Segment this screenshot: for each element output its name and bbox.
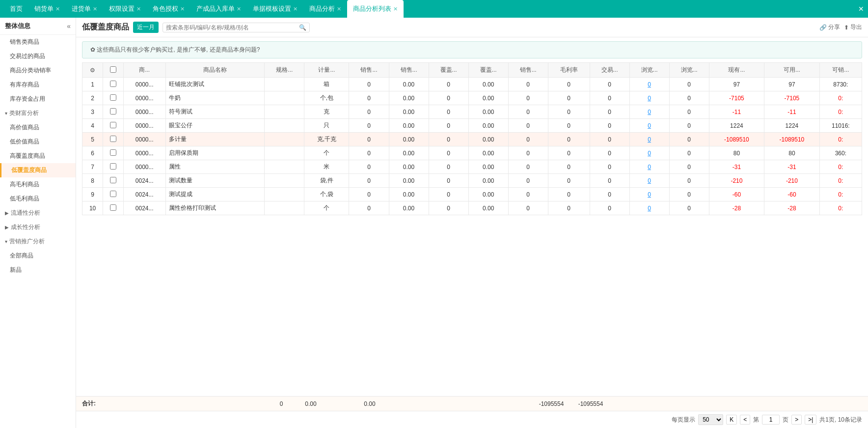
row-current: -11: [709, 105, 764, 119]
row-cov1: 0: [429, 78, 468, 91]
nav-product-inbound[interactable]: 产成品入库单 ✕: [190, 0, 247, 18]
row-sales-qty: 0: [349, 201, 389, 215]
time-filter-button[interactable]: 近一月: [133, 22, 159, 33]
row-current: 80: [709, 146, 764, 160]
sidebar-item-category-rate[interactable]: 商品分类动销率: [0, 63, 76, 78]
sidebar-group-liquidity[interactable]: ▶ 流通性分析: [0, 206, 76, 220]
row-sales-ret: 0: [508, 160, 548, 174]
table-wrapper: ⚙ 商... 商品名称 规格... 计量... 销售... 销售... 覆盖..…: [76, 58, 868, 396]
sidebar-item-sales-products[interactable]: 销售类商品: [0, 35, 76, 49]
row-browse1[interactable]: 0: [629, 146, 669, 160]
page-prefix-label: 第: [753, 416, 759, 424]
close-icon[interactable]: ✕: [55, 6, 60, 12]
search-input[interactable]: [166, 24, 297, 31]
export-button[interactable]: ⬆ 导出: [844, 23, 862, 31]
close-icon[interactable]: ✕: [93, 6, 97, 12]
last-page-button[interactable]: >|: [805, 415, 816, 425]
row-checkbox[interactable]: [103, 201, 123, 215]
row-checkbox[interactable]: [103, 146, 123, 160]
row-browse1[interactable]: 0: [629, 78, 669, 91]
nav-template-settings[interactable]: 单据模板设置 ✕: [247, 0, 303, 18]
sidebar-collapse-icon[interactable]: «: [67, 22, 71, 30]
row-sales-qty: 0: [349, 119, 389, 133]
row-checkbox[interactable]: [103, 119, 123, 133]
select-all-checkbox[interactable]: [110, 66, 116, 73]
row-browse1[interactable]: 0: [629, 119, 669, 133]
next-page-button[interactable]: >: [791, 415, 802, 425]
close-icon[interactable]: ✕: [136, 6, 141, 12]
col-available: 可用...: [764, 63, 820, 78]
nav-product-analysis[interactable]: 商品分析 ✕: [303, 0, 347, 18]
sidebar-group-marketing[interactable]: ▾ 营销推广分析: [0, 234, 76, 249]
search-box: 🔍: [163, 23, 310, 32]
nav-home[interactable]: 首页: [4, 0, 28, 18]
row-sales-qty: 0: [349, 133, 389, 146]
sidebar-item-high-margin[interactable]: 高毛利商品: [0, 177, 76, 192]
share-button[interactable]: 🔗 分享: [819, 23, 840, 31]
nav-product-analysis-list[interactable]: 商品分析列表 ✕: [347, 0, 404, 18]
footer-current: -1095554: [532, 400, 571, 407]
row-checkbox[interactable]: [103, 78, 123, 91]
row-browse1[interactable]: 0: [629, 174, 669, 188]
row-trans: 0: [590, 188, 629, 201]
nav-purchase-order[interactable]: 进货单 ✕: [66, 0, 103, 18]
close-icon[interactable]: ✕: [337, 6, 341, 12]
row-available: -31: [764, 160, 820, 174]
close-icon[interactable]: ✕: [393, 6, 398, 12]
sidebar-item-high-coverage[interactable]: 高覆盖度商品: [0, 149, 76, 163]
row-checkbox[interactable]: [103, 133, 123, 146]
col-settings[interactable]: ⚙: [82, 63, 103, 78]
row-gross-rate: 0: [548, 78, 590, 91]
first-page-button[interactable]: K: [726, 415, 737, 425]
row-gross-rate: 0: [548, 201, 590, 215]
row-no: 1: [82, 78, 103, 91]
row-gross-rate: 0: [548, 91, 590, 105]
row-browse1[interactable]: 0: [629, 160, 669, 174]
close-all-tabs-button[interactable]: ✕: [858, 5, 864, 13]
per-page-select[interactable]: 50 100 200: [698, 414, 723, 425]
row-browse1[interactable]: 0: [629, 188, 669, 201]
row-name: 牛奶: [165, 91, 265, 105]
row-checkbox[interactable]: [103, 188, 123, 201]
sidebar-item-high-value[interactable]: 高价值商品: [0, 120, 76, 135]
row-gross-rate: 0: [548, 160, 590, 174]
close-icon[interactable]: ✕: [293, 6, 298, 12]
close-icon[interactable]: ✕: [180, 6, 185, 12]
row-unit: 个: [304, 146, 349, 160]
row-unit: 袋,件: [304, 174, 349, 188]
close-icon[interactable]: ✕: [237, 6, 241, 12]
row-browse2: 0: [669, 160, 709, 174]
prev-page-button[interactable]: <: [740, 415, 750, 425]
row-checkbox[interactable]: [103, 160, 123, 174]
sidebar-item-low-value[interactable]: 低价值商品: [0, 135, 76, 149]
row-browse1[interactable]: 0: [629, 105, 669, 119]
sidebar-group-wealth[interactable]: ▾ 类财富分析: [0, 106, 76, 120]
sidebar-item-in-stock[interactable]: 有库存商品: [0, 78, 76, 92]
col-coverage1: 覆盖...: [429, 63, 468, 78]
row-sales-amt: 0.00: [389, 78, 429, 91]
sidebar-item-new-products[interactable]: 新品: [0, 263, 76, 277]
row-browse1[interactable]: 0: [629, 133, 669, 146]
row-checkbox[interactable]: [103, 91, 123, 105]
row-spec: [265, 201, 304, 215]
row-browse1[interactable]: 0: [629, 201, 669, 215]
current-page-input[interactable]: [762, 415, 780, 425]
product-table: ⚙ 商... 商品名称 规格... 计量... 销售... 销售... 覆盖..…: [82, 62, 862, 215]
sidebar-item-low-coverage[interactable]: 低覆盖度商品: [0, 163, 76, 177]
sidebar-item-traded-products[interactable]: 交易过的商品: [0, 49, 76, 63]
row-unit: 米: [304, 160, 349, 174]
nav-role-auth[interactable]: 角色授权 ✕: [147, 0, 190, 18]
nav-permission-settings[interactable]: 权限设置 ✕: [103, 0, 147, 18]
row-cov2: 0.00: [468, 188, 508, 201]
table-row: 2 0000... 牛奶 个,包 0 0.00 0 0.00 0 0 0 0 0…: [82, 91, 862, 105]
row-sales-ret: 0: [508, 201, 548, 215]
row-checkbox[interactable]: [103, 174, 123, 188]
row-no: 6: [82, 146, 103, 160]
sidebar-group-growth[interactable]: ▶ 成长性分析: [0, 220, 76, 234]
sidebar-item-all-products[interactable]: 全部商品: [0, 249, 76, 263]
row-browse1[interactable]: 0: [629, 91, 669, 105]
sidebar-item-low-margin[interactable]: 低毛利商品: [0, 192, 76, 206]
sidebar-item-capital-usage[interactable]: 库存资金占用: [0, 92, 76, 106]
nav-sales-order[interactable]: 销货单 ✕: [28, 0, 66, 18]
row-checkbox[interactable]: [103, 105, 123, 119]
